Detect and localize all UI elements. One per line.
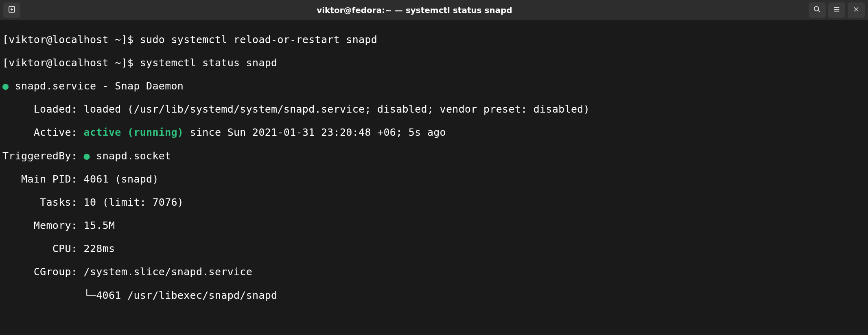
- titlebar-left-controls: [3, 2, 20, 18]
- service-header: ● snapd.service - Snap Daemon: [2, 80, 866, 92]
- command-text: sudo systemctl reload-or-restart snapd: [140, 34, 377, 46]
- search-icon: [813, 6, 821, 15]
- prompt-line-1: [viktor@localhost ~]$ sudo systemctl rel…: [2, 34, 866, 46]
- svg-line-4: [818, 11, 820, 13]
- mainpid-line: Main PID: 4061 (snapd): [2, 174, 866, 185]
- loaded-value: loaded (/usr/lib/systemd/system/snapd.se…: [84, 103, 590, 115]
- memory-line: Memory: 15.5M: [2, 220, 866, 232]
- new-tab-button[interactable]: [3, 2, 20, 18]
- blank-line: [2, 313, 866, 325]
- triggeredby-line: TriggeredBy: ● snapd.socket: [2, 150, 866, 162]
- active-label: Active:: [2, 127, 84, 139]
- active-state: active (running): [84, 126, 184, 138]
- service-name: snapd.service - Snap Daemon: [9, 80, 184, 92]
- cpu-value: 228ms: [84, 243, 115, 255]
- loaded-line: Loaded: loaded (/usr/lib/systemd/system/…: [2, 104, 866, 115]
- cpu-line: CPU: 228ms: [2, 243, 866, 255]
- search-button[interactable]: [809, 2, 826, 18]
- memory-value: 15.5M: [84, 220, 115, 231]
- status-bullet-icon: ●: [2, 80, 9, 92]
- cgroup-label: CGroup:: [2, 266, 84, 278]
- cgroup-line: CGroup: /system.slice/snapd.service: [2, 266, 866, 278]
- cgroup-value: /system.slice/snapd.service: [84, 266, 252, 278]
- window-title: viktor@fedora:~ — systemctl status snapd: [20, 5, 809, 15]
- shell-prompt: [viktor@localhost ~]$: [2, 34, 140, 46]
- close-button[interactable]: [848, 2, 865, 18]
- triggeredby-value: snapd.socket: [90, 150, 171, 162]
- mainpid-value: 4061 (snapd): [84, 173, 159, 185]
- hamburger-menu-icon: [833, 6, 840, 15]
- tasks-label: Tasks:: [2, 197, 84, 209]
- close-icon: [853, 6, 859, 14]
- window-titlebar: viktor@fedora:~ — systemctl status snapd: [0, 0, 868, 21]
- loaded-label: Loaded:: [2, 104, 84, 115]
- cpu-label: CPU:: [2, 243, 84, 255]
- terminal-output[interactable]: [viktor@localhost ~]$ sudo systemctl rel…: [0, 21, 868, 335]
- shell-prompt: [viktor@localhost ~]$: [2, 57, 140, 69]
- active-line: Active: active (running) since Sun 2021-…: [2, 127, 866, 139]
- active-since: since Sun 2021-01-31 23:20:48 +06; 5s ag…: [184, 126, 446, 138]
- tasks-value: 10 (limit: 7076): [84, 196, 184, 208]
- cgroup-tree-line: └─4061 /usr/libexec/snapd/snapd: [2, 290, 866, 302]
- memory-label: Memory:: [2, 220, 84, 232]
- prompt-line-2: [viktor@localhost ~]$ systemctl status s…: [2, 57, 866, 69]
- titlebar-right-controls: [809, 2, 865, 18]
- svg-point-3: [814, 7, 819, 11]
- new-tab-icon: [8, 5, 16, 15]
- tasks-line: Tasks: 10 (limit: 7076): [2, 197, 866, 209]
- mainpid-label: Main PID:: [2, 174, 84, 185]
- command-text: systemctl status snapd: [140, 57, 278, 69]
- triggeredby-label: TriggeredBy:: [2, 150, 84, 162]
- status-bullet-icon: ●: [84, 150, 90, 162]
- menu-button[interactable]: [828, 2, 845, 18]
